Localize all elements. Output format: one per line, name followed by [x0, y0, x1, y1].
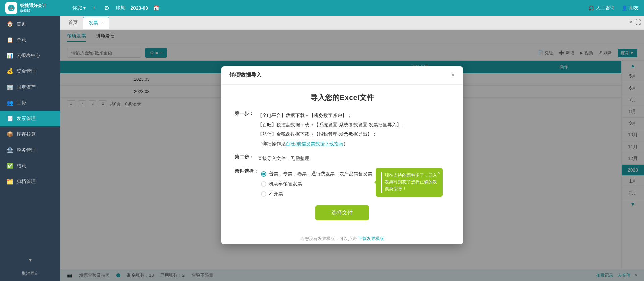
modal-body: 导入您的Excel文件 第一步： 【全电平台】数据下载→【税务数字账户】； 【百…	[221, 85, 463, 230]
sidebar-item-label: 税务管理	[17, 147, 36, 153]
sidebar-item-home[interactable]: 🏠 首页	[0, 16, 60, 32]
modal-close-btn[interactable]: ×	[451, 72, 455, 79]
top-bar-right: 🎧 人工咨询 👤 用友	[588, 5, 639, 11]
step1-link: （详细操作见百旺/航信发票数据下载指南）	[258, 139, 406, 148]
step1-label: 第一步：	[235, 111, 254, 146]
sidebar-item-fixed-assets[interactable]: 🏢 固定资产	[0, 79, 60, 95]
select-file-btn[interactable]: 选择文件	[315, 205, 369, 220]
modal-overlay: 销项数据导入 × 导入您的Excel文件 第一步： 【全电平台】数据下载→【税务…	[60, 30, 644, 281]
top-bar-center: 你您 ▾ + ⚙ 账期 2023-03 📅	[66, 3, 588, 13]
radio-none-label: 不开票	[269, 191, 283, 197]
sidebar-item-label: 云报表中心	[17, 53, 40, 59]
sidebar-item-label: 固定资产	[17, 84, 36, 90]
tab-invoice[interactable]: 发票 ×	[83, 17, 109, 29]
sidebar-item-tax[interactable]: 🏦 税务管理	[0, 142, 60, 158]
archive-icon: 🗂️	[7, 178, 13, 185]
logo-text: 畅捷通好会计	[20, 3, 46, 9]
tab-bar: 首页 发票 × × ⛶	[60, 16, 644, 30]
radio-vehicle[interactable]: 机动车销售发票	[261, 181, 372, 187]
tooltip-popup: × 现在支持的票种多了，导入发票时别忘了选择正确的发票类型呀！	[376, 168, 443, 197]
headset-icon: 🎧	[588, 5, 594, 11]
step2-section: 第二步： 直接导入文件，无需整理	[235, 154, 449, 163]
tooltip-text-container: 现在支持的票种多了，导入发票时别忘了选择正确的发票类型呀！	[381, 172, 437, 193]
radio-none[interactable]: 不开票	[261, 191, 372, 197]
radio-group: 普票，专票，卷票，通行费发票，农产品销售发票 机动车销售发票 不开票	[261, 171, 372, 197]
sidebar-item-ledger[interactable]: 📋 总账	[0, 32, 60, 48]
sidebar-item-label: 归档管理	[17, 179, 36, 185]
modal-header: 销项数据导入 ×	[221, 66, 463, 85]
modal-title: 销项数据导入	[229, 72, 262, 79]
guide-link[interactable]: 百旺/航信发票数据下载指南	[286, 141, 343, 146]
chevron-down-icon: ▾	[83, 5, 86, 11]
user-label: 用友	[629, 5, 639, 11]
step2-content: 直接导入文件，无需整理	[256, 154, 309, 163]
content-area: 首页 发票 × × ⛶ 销项发票 进项发票	[60, 16, 644, 281]
sidebar-item-label: 库存核算	[17, 131, 36, 137]
import-modal: 销项数据导入 × 导入您的Excel文件 第一步： 【全电平台】数据下载→【税务…	[221, 66, 463, 244]
logo-icon: 会	[5, 2, 17, 14]
checkout-icon: ✅	[7, 163, 13, 169]
ledger-icon: 📋	[7, 37, 13, 43]
tax-icon: 🏦	[7, 147, 13, 153]
download-template-link[interactable]: 下载发票模版	[358, 236, 384, 241]
consult-label: 人工咨询	[596, 5, 615, 11]
footer-text: 若您没有发票模版，可以点击	[300, 236, 357, 241]
sidebar-item-label: 发票管理	[17, 116, 36, 122]
calendar-icon: 📅	[153, 5, 159, 11]
cancel-fixed-btn[interactable]: 取消固定	[0, 266, 60, 281]
radio-normal-label: 普票，专票，卷票，通行费发票，农产品销售发票	[269, 171, 372, 177]
chart-icon: 📊	[7, 52, 13, 59]
sidebar: 🏠 首页 📋 总账 📊 云报表中心 💰 资金管理 🏢 固定资产 👥 工资 🧾 发…	[0, 16, 60, 281]
select-file-label: 选择文件	[331, 210, 353, 215]
sidebar-item-checkout[interactable]: ✅ 结账	[0, 158, 60, 174]
step1-section: 第一步： 【全电平台】数据下载→【税务数字账户】； 【百旺】税控盘数据下载→【系…	[235, 111, 449, 148]
period-label: 账期	[116, 5, 125, 11]
invoice-page: 销项发票 进项发票 ⚙ ■ 📄 凭证	[60, 30, 644, 281]
svg-text:会: 会	[9, 6, 14, 10]
step1-line3: 【航信】金税盘数据下载→【报税管理-发票数据导出】；	[258, 129, 406, 139]
radio-vehicle-circle	[261, 181, 266, 187]
step1-content: 【全电平台】数据下载→【税务数字账户】； 【百旺】税控盘数据下载→【系统设置-系…	[256, 111, 406, 148]
payroll-icon: 👥	[7, 100, 13, 106]
sidebar-item-archive[interactable]: 🗂️ 归档管理	[0, 174, 60, 189]
sidebar-item-label: 结账	[17, 163, 26, 169]
sidebar-item-cloud-report[interactable]: 📊 云报表中心	[0, 48, 60, 63]
period-value: 2023-03	[131, 5, 148, 11]
window-maximize-btn[interactable]: ⛶	[635, 19, 641, 26]
main-layout: 🏠 首页 📋 总账 📊 云报表中心 💰 资金管理 🏢 固定资产 👥 工资 🧾 发…	[0, 16, 644, 281]
step2-label: 第二步：	[235, 154, 254, 160]
tooltip-text: 现在支持的票种多了，导入发票时别忘了选择正确的发票类型呀！	[385, 173, 437, 192]
consult-button[interactable]: 🎧 人工咨询	[588, 5, 615, 11]
sidebar-item-payroll[interactable]: 👥 工资	[0, 95, 60, 111]
home-icon: 🏠	[7, 21, 13, 27]
cancel-fixed-label: 取消固定	[22, 271, 38, 276]
sidebar-item-inventory[interactable]: 📦 库存核算	[0, 126, 60, 142]
modal-heading: 导入您的Excel文件	[235, 93, 449, 103]
funds-icon: 💰	[7, 68, 13, 74]
logo-sub: 旗舰版	[20, 9, 46, 13]
user-name: 你您	[72, 5, 82, 11]
sidebar-item-funds[interactable]: 💰 资金管理	[0, 63, 60, 79]
settings-button[interactable]: ⚙	[103, 3, 111, 13]
ticket-label: 票种选择：	[235, 168, 258, 194]
step1-line1: 【全电平台】数据下载→【税务数字账户】；	[258, 111, 406, 120]
scroll-down-btn: ▼	[0, 254, 60, 266]
sidebar-item-label: 资金管理	[17, 68, 36, 74]
user-selector[interactable]: 你您 ▾	[72, 5, 86, 11]
add-button[interactable]: +	[91, 3, 97, 13]
invoice-icon: 🧾	[7, 115, 13, 122]
window-close-btn[interactable]: ×	[629, 19, 633, 26]
radio-normal[interactable]: 普票，专票，卷票，通行费发票，农产品销售发票	[261, 171, 372, 177]
step1-line2: 【百旺】税控盘数据下载→【系统设置-系统参数设置-发票批量导入】；	[258, 120, 406, 129]
step1-row: 第一步： 【全电平台】数据下载→【税务数字账户】； 【百旺】税控盘数据下载→【系…	[235, 111, 449, 148]
tab-home[interactable]: 首页	[63, 17, 83, 29]
user-account-button[interactable]: 👤 用友	[622, 5, 639, 11]
sidebar-item-label: 首页	[17, 21, 26, 27]
sidebar-item-invoice[interactable]: 🧾 发票管理	[0, 111, 60, 126]
building-icon: 🏢	[7, 84, 13, 90]
tooltip-close-btn[interactable]: ×	[437, 170, 440, 175]
inventory-icon: 📦	[7, 131, 13, 137]
sidebar-item-label: 总账	[17, 37, 26, 43]
radio-vehicle-label: 机动车销售发票	[269, 181, 302, 187]
tab-close-invoice[interactable]: ×	[101, 21, 104, 25]
